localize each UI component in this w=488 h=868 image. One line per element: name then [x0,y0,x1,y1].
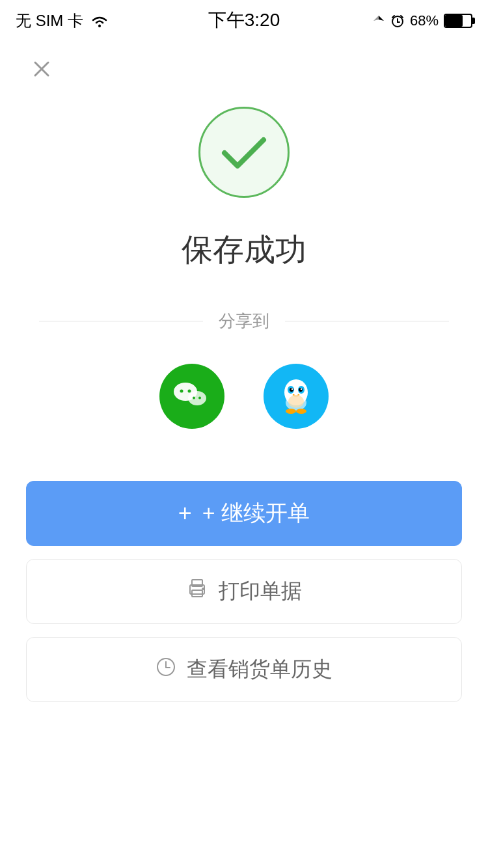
svg-point-6 [188,389,191,392]
svg-point-7 [193,396,195,399]
carrier-text: 无 SIM 卡 [16,10,83,31]
svg-point-4 [188,391,206,405]
svg-point-11 [290,388,293,392]
svg-point-0 [98,25,101,27]
close-icon [32,59,51,79]
wechat-icon [172,379,211,414]
printer-icon [186,578,208,604]
share-label: 分享到 [203,310,285,332]
alarm-icon [390,14,405,28]
share-divider: 分享到 [0,310,488,332]
success-circle [198,107,290,198]
location-icon [372,14,385,27]
share-icons-row [159,364,329,429]
share-wechat-button[interactable] [159,364,224,429]
close-button[interactable] [26,53,57,85]
svg-point-18 [286,409,296,414]
print-button[interactable]: 打印单据 [26,559,462,624]
divider-line-right [285,321,449,321]
success-title: 保存成功 [182,229,306,271]
qq-icon [277,375,316,418]
svg-point-15 [301,388,302,389]
clock-icon [156,657,176,683]
share-qq-button[interactable] [264,364,329,429]
checkmark-icon [221,135,267,170]
battery-percent: 68% [410,12,439,29]
svg-point-12 [291,388,293,389]
svg-point-8 [198,396,201,399]
status-left: 无 SIM 卡 [16,10,109,31]
status-time: 下午3:20 [208,8,280,33]
status-bar: 无 SIM 卡 下午3:20 68% [0,0,488,42]
history-label: 查看销货单历史 [187,655,332,684]
main-content: 保存成功 分享到 [0,42,488,702]
continue-button[interactable]: + + 继续开单 [26,481,462,546]
actions-container: + + 继续开单 打印单据 查看销货单历 [0,481,488,702]
svg-point-14 [299,388,303,392]
history-button[interactable]: 查看销货单历史 [26,637,462,702]
svg-point-23 [202,588,204,590]
print-label: 打印单据 [219,577,302,606]
continue-label: + 继续开单 [202,498,310,528]
divider-line-left [39,321,203,321]
status-right: 68% [372,12,472,29]
wifi-icon [90,14,109,28]
svg-point-19 [296,409,306,414]
battery-icon [444,14,472,28]
plus-icon: + [178,502,192,525]
svg-point-5 [180,389,183,392]
svg-point-17 [286,395,306,411]
